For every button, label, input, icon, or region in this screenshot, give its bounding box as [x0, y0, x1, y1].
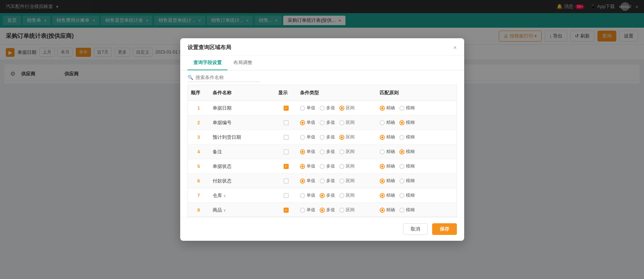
radio-multi[interactable]: 多值 [320, 105, 335, 111]
radio-multi[interactable]: 多值 [320, 163, 335, 169]
radio-single[interactable]: 单值 [300, 119, 315, 126]
radio-dot-exact[interactable] [380, 149, 385, 154]
radio-single[interactable]: 单值 [300, 105, 315, 111]
radio-dot-range[interactable] [339, 106, 344, 111]
radio-dot-range[interactable] [339, 164, 344, 169]
cell-checkbox[interactable] [275, 147, 297, 157]
radio-fuzzy[interactable]: 模糊 [399, 119, 415, 126]
radio-single[interactable]: 单值 [300, 178, 315, 184]
radio-dot-exact[interactable] [380, 164, 385, 169]
radio-exact[interactable]: 精确 [380, 149, 395, 155]
radio-dot-single[interactable] [300, 178, 305, 184]
radio-range[interactable]: 区间 [339, 178, 355, 184]
radio-range[interactable]: 区间 [339, 163, 355, 169]
radio-fuzzy[interactable]: 模糊 [399, 134, 415, 140]
table-row: 7仓库 ∨ 单值 多值 区间 精确 模糊 [188, 188, 457, 203]
radio-dot-multi[interactable] [320, 120, 325, 125]
checkbox[interactable] [284, 135, 289, 140]
checkbox[interactable] [284, 120, 289, 125]
radio-dot-range[interactable] [339, 193, 344, 198]
cell-type: 单值 多值 区间 [297, 146, 377, 157]
radio-fuzzy[interactable]: 模糊 [399, 178, 415, 184]
dialog-close-button[interactable]: × [453, 44, 457, 51]
radio-dot-range[interactable] [339, 135, 344, 140]
checkbox[interactable] [284, 106, 289, 111]
radio-exact[interactable]: 精确 [380, 178, 395, 184]
dialog-tab-layout[interactable]: 布局调整 [228, 56, 258, 70]
radio-exact[interactable]: 精确 [380, 119, 395, 126]
radio-fuzzy[interactable]: 模糊 [399, 105, 415, 111]
radio-exact[interactable]: 精确 [380, 105, 395, 111]
settings-dialog: 设置查询区域布局 × 查询字段设置 布局调整 🔍 顺序 条件名称 显示 [180, 38, 464, 206]
radio-range[interactable]: 区间 [339, 105, 355, 111]
radio-dot-range[interactable] [339, 149, 344, 154]
checkbox[interactable] [284, 193, 289, 198]
radio-dot-range[interactable] [339, 120, 344, 125]
radio-dot-single[interactable] [300, 120, 305, 125]
cell-type: 单值 多值 区间 [297, 190, 377, 201]
cell-checkbox[interactable] [275, 162, 297, 171]
radio-dot-fuzzy[interactable] [399, 193, 404, 198]
radio-fuzzy[interactable]: 模糊 [399, 149, 415, 155]
cell-name: 付款状态 [210, 176, 275, 186]
radio-dot-fuzzy[interactable] [399, 149, 404, 154]
radio-fuzzy[interactable]: 模糊 [399, 192, 415, 199]
checkbox[interactable] [284, 164, 289, 169]
cell-checkbox[interactable] [275, 176, 297, 186]
radio-range[interactable]: 区间 [339, 134, 355, 140]
radio-dot-single[interactable] [300, 164, 305, 169]
radio-range[interactable]: 区间 [339, 192, 355, 199]
radio-single[interactable]: 单值 [300, 163, 315, 169]
radio-exact[interactable]: 精确 [380, 192, 395, 199]
radio-dot-fuzzy[interactable] [399, 120, 404, 125]
table-row: 8商品 ∨ 单值 多值 区间 精确 模糊 [188, 203, 457, 206]
cell-checkbox[interactable] [275, 133, 297, 142]
radio-dot-exact[interactable] [380, 193, 385, 198]
radio-dot-exact[interactable] [380, 135, 385, 140]
radio-multi[interactable]: 多值 [320, 178, 335, 184]
radio-dot-single[interactable] [300, 149, 305, 154]
checkbox[interactable] [284, 149, 289, 154]
checkbox[interactable] [284, 178, 289, 184]
cell-name: 商品 ∨ [210, 205, 275, 206]
dialog-tab-query[interactable]: 查询字段设置 [187, 56, 228, 70]
radio-dot-exact[interactable] [380, 178, 385, 184]
cell-checkbox[interactable] [275, 205, 297, 206]
radio-single[interactable]: 单值 [300, 149, 315, 155]
radio-dot-fuzzy[interactable] [399, 178, 404, 184]
radio-range[interactable]: 区间 [339, 119, 355, 126]
radio-dot-multi[interactable] [320, 164, 325, 169]
radio-dot-multi[interactable] [320, 149, 325, 154]
radio-dot-multi[interactable] [320, 178, 325, 184]
radio-multi[interactable]: 多值 [320, 134, 335, 140]
radio-dot-single[interactable] [300, 135, 305, 140]
table-header: 顺序 条件名称 显示 条件类型 匹配原则 [187, 85, 457, 101]
radio-single[interactable]: 单值 [300, 134, 315, 140]
radio-dot-multi[interactable] [320, 193, 325, 198]
radio-multi[interactable]: 多值 [320, 119, 335, 126]
radio-fuzzy[interactable]: 模糊 [399, 163, 415, 169]
cell-name: 仓库 ∨ [210, 190, 275, 201]
radio-dot-fuzzy[interactable] [399, 164, 404, 169]
radio-exact[interactable]: 精确 [380, 163, 395, 169]
radio-dot-exact[interactable] [380, 120, 385, 125]
radio-dot-multi[interactable] [320, 106, 325, 111]
cell-checkbox[interactable] [275, 118, 297, 127]
cell-name: 单据日期 [210, 103, 275, 114]
radio-range[interactable]: 区间 [339, 149, 355, 155]
radio-multi[interactable]: 多值 [320, 149, 335, 155]
search-input[interactable] [195, 75, 260, 80]
cell-checkbox[interactable] [275, 191, 297, 200]
dialog-search: 🔍 [180, 70, 464, 85]
cell-checkbox[interactable] [275, 103, 297, 113]
radio-dot-fuzzy[interactable] [399, 135, 404, 140]
radio-multi[interactable]: 多值 [320, 192, 335, 199]
radio-dot-range[interactable] [339, 178, 344, 184]
radio-dot-single[interactable] [300, 193, 305, 198]
radio-exact[interactable]: 精确 [380, 134, 395, 140]
radio-dot-multi[interactable] [320, 135, 325, 140]
radio-single[interactable]: 单值 [300, 192, 315, 199]
radio-dot-fuzzy[interactable] [399, 106, 404, 111]
radio-dot-exact[interactable] [380, 106, 385, 111]
radio-dot-single[interactable] [300, 106, 305, 111]
